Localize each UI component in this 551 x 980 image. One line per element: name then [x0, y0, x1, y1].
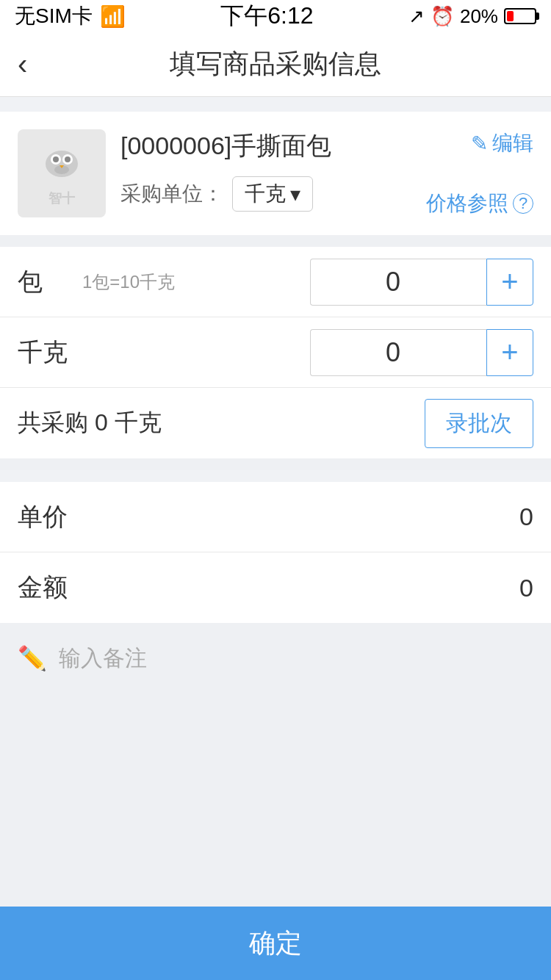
- help-icon: ?: [513, 193, 533, 214]
- amount-row: 金额 0: [0, 552, 551, 623]
- status-time: 下午6:12: [220, 0, 313, 32]
- batch-button[interactable]: 录批次: [425, 399, 533, 448]
- status-left: 无SIM卡 📶: [15, 2, 126, 30]
- note-placeholder: 输入备注: [59, 644, 147, 674]
- confirm-button[interactable]: 确定: [0, 907, 551, 980]
- total-row: 共采购 0 千克 录批次: [0, 388, 551, 458]
- kg-plus-button[interactable]: +: [486, 329, 533, 376]
- note-section[interactable]: ✏️ 输入备注: [0, 623, 551, 693]
- kg-input-control: +: [310, 329, 533, 376]
- location-icon: ↗: [408, 5, 425, 28]
- unit-label: 采购单位：: [120, 180, 223, 208]
- quantity-section: 包 1包=10千克 + 千克 +: [0, 247, 551, 388]
- svg-point-3: [53, 156, 59, 162]
- bag-sublabel: 1包=10千克: [82, 270, 310, 294]
- kg-quantity-input[interactable]: [310, 329, 486, 376]
- price-ref-button[interactable]: 价格参照 ?: [426, 190, 533, 217]
- bag-row: 包 1包=10千克 +: [0, 247, 551, 317]
- bag-label: 包: [18, 265, 76, 299]
- carrier-label: 无SIM卡: [15, 2, 93, 30]
- unit-price-value: 0: [519, 502, 533, 531]
- kg-label: 千克: [18, 336, 76, 370]
- product-card: 智十 [0000006]手撕面包 采购单位： 千克 ▾ ✎ 编辑 价格参照 ?: [0, 112, 551, 235]
- pencil-icon: ✏️: [18, 644, 47, 672]
- unit-price-row: 单价 0: [0, 482, 551, 552]
- alarm-icon: ⏰: [431, 5, 454, 28]
- amount-label: 金额: [18, 571, 68, 605]
- total-label: 共采购 0 千克: [18, 407, 162, 439]
- battery-percent: 20%: [460, 5, 498, 28]
- page-title: 填写商品采购信息: [170, 46, 381, 82]
- unit-price-label: 单价: [18, 500, 68, 534]
- back-button[interactable]: ‹: [18, 48, 27, 81]
- status-bar: 无SIM卡 📶 下午6:12 ↗ ⏰ 20%: [0, 0, 551, 32]
- unit-value: 千克: [245, 180, 286, 208]
- owl-icon: 智十: [40, 140, 84, 207]
- price-ref-label: 价格参照: [426, 190, 508, 217]
- unit-selector[interactable]: 千克 ▾: [232, 176, 313, 212]
- amount-value: 0: [519, 574, 533, 602]
- edit-button[interactable]: ✎ 编辑: [471, 129, 533, 157]
- product-image: 智十: [18, 129, 106, 217]
- price-section: 单价 0 金额 0: [0, 482, 551, 623]
- bag-quantity-input[interactable]: [310, 259, 486, 306]
- svg-point-4: [65, 156, 71, 162]
- bag-plus-button[interactable]: +: [486, 259, 533, 306]
- edit-icon: ✎: [471, 131, 488, 156]
- edit-label: 编辑: [492, 129, 533, 157]
- section-divider-2: [0, 458, 551, 470]
- logo-text: 智十: [40, 190, 84, 207]
- nav-bar: ‹ 填写商品采购信息: [0, 32, 551, 97]
- battery-icon: [504, 8, 536, 24]
- chevron-down-icon: ▾: [290, 182, 300, 206]
- bottom-space: [0, 693, 551, 914]
- kg-row: 千克 +: [0, 317, 551, 388]
- status-right: ↗ ⏰ 20%: [408, 5, 536, 28]
- section-divider-1: [0, 235, 551, 247]
- wifi-icon: 📶: [100, 4, 126, 29]
- bag-input-control: +: [310, 259, 533, 306]
